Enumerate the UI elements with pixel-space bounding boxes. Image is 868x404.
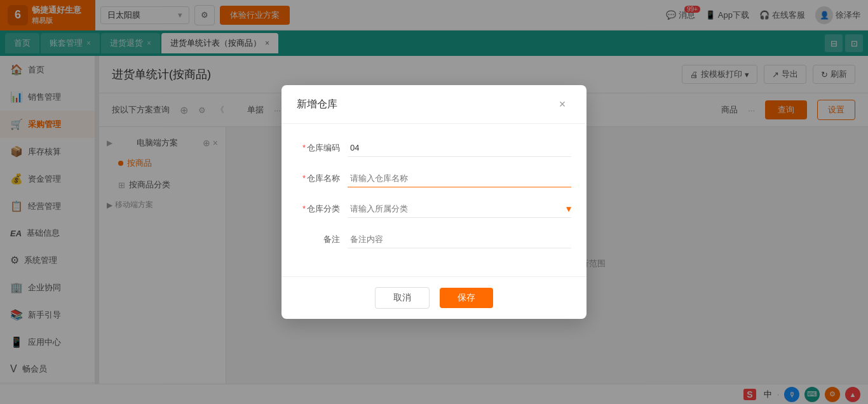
form-item-category: 仓库分类 ▾ bbox=[297, 200, 571, 218]
category-label: 仓库分类 bbox=[297, 203, 348, 215]
category-arrow-icon[interactable]: ▾ bbox=[566, 203, 571, 215]
form-item-name: 仓库名称 bbox=[297, 170, 571, 187]
category-input[interactable] bbox=[348, 200, 566, 217]
cancel-button[interactable]: 取消 bbox=[375, 287, 430, 309]
name-label: 仓库名称 bbox=[297, 173, 348, 184]
dialog-header: 新增仓库 × bbox=[281, 85, 587, 124]
note-label: 备注 bbox=[297, 234, 348, 245]
save-button[interactable]: 保存 bbox=[440, 288, 493, 308]
category-select-wrapper: ▾ bbox=[348, 200, 571, 218]
form-item-code: 仓库编码 bbox=[297, 139, 571, 157]
code-input[interactable] bbox=[348, 139, 571, 157]
modal-overlay[interactable]: 新增仓库 × 仓库编码 仓库名称 仓库分类 ▾ bbox=[0, 0, 868, 404]
code-label: 仓库编码 bbox=[297, 142, 348, 154]
dialog-body: 仓库编码 仓库名称 仓库分类 ▾ 备注 bbox=[281, 124, 587, 276]
name-input[interactable] bbox=[348, 170, 571, 187]
note-input[interactable] bbox=[348, 231, 571, 248]
form-item-note: 备注 bbox=[297, 231, 571, 248]
dialog-footer: 取消 保存 bbox=[281, 276, 587, 319]
dialog-new-warehouse: 新增仓库 × 仓库编码 仓库名称 仓库分类 ▾ bbox=[281, 85, 587, 319]
dialog-close-button[interactable]: × bbox=[553, 95, 571, 113]
dialog-title: 新增仓库 bbox=[297, 98, 337, 111]
